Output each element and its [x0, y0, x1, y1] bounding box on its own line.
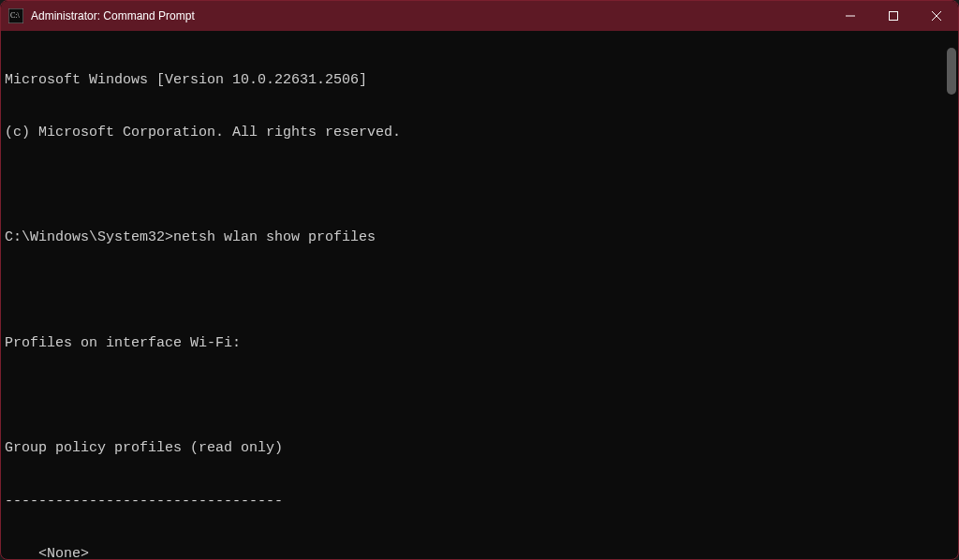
svg-rect-3: [890, 12, 898, 21]
minimize-button[interactable]: [829, 1, 872, 31]
titlebar[interactable]: C:\ Administrator: Command Prompt: [1, 1, 958, 31]
version-line: Microsoft Windows [Version 10.0.22631.25…: [1, 72, 958, 90]
divider-line: ---------------------------------: [1, 494, 958, 511]
svg-text:C:\: C:\: [10, 11, 21, 20]
interface-header: Profiles on interface Wi-Fi:: [1, 335, 958, 353]
cmd-icon: C:\: [8, 8, 23, 23]
scrollbar-thumb[interactable]: [947, 48, 956, 95]
close-button[interactable]: [915, 1, 958, 31]
scrollbar[interactable]: [945, 33, 956, 557]
maximize-button[interactable]: [872, 1, 915, 31]
prompt-path: C:\Windows\System32>: [5, 229, 173, 245]
terminal-output[interactable]: Microsoft Windows [Version 10.0.22631.25…: [1, 31, 958, 559]
none-line: <None>: [1, 546, 958, 560]
command-prompt-window: C:\ Administrator: Command Prompt Micros…: [0, 0, 959, 560]
blank-line: [1, 388, 958, 405]
blank-line: [1, 283, 958, 301]
window-controls: [829, 1, 958, 31]
copyright-line: (c) Microsoft Corporation. All rights re…: [1, 125, 958, 142]
command-text: netsh wlan show profiles: [173, 229, 376, 245]
prompt-line: C:\Windows\System32>netsh wlan show prof…: [1, 229, 958, 247]
window-title: Administrator: Command Prompt: [31, 9, 829, 22]
blank-line: [1, 177, 958, 195]
group-policy-header: Group policy profiles (read only): [1, 440, 958, 458]
